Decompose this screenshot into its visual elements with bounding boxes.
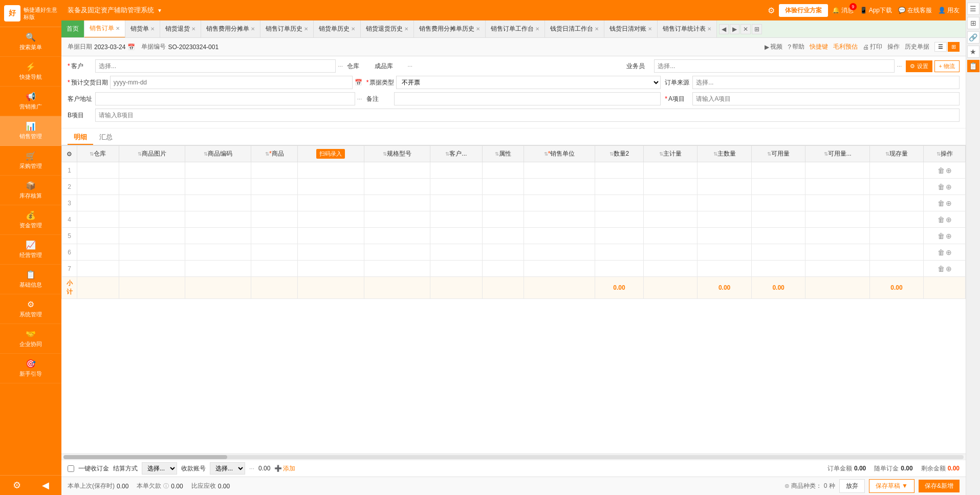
cell-qty2-5[interactable]	[595, 228, 643, 244]
cell-available-6[interactable]	[751, 244, 805, 261]
cell-main_unit-3[interactable]	[643, 195, 698, 211]
sidebar-item-nav[interactable]: ⚡快捷导航	[0, 57, 61, 87]
cell-unit-5[interactable]	[524, 228, 595, 244]
sidebar-item-inventory[interactable]: 📦库存核算	[0, 176, 61, 205]
cell-unit-2[interactable]	[524, 179, 595, 195]
sort-icon-action[interactable]: ⇅	[937, 151, 941, 157]
cell-available2-4[interactable]	[805, 211, 869, 228]
cell-settings-5[interactable]: 5	[62, 228, 77, 244]
tab-11[interactable]: 钱货日清对账✕	[604, 20, 658, 38]
cell-customer_code-6[interactable]	[430, 244, 483, 261]
cell-main_unit-1[interactable]	[643, 162, 698, 179]
cell-qty2-1[interactable]	[595, 162, 643, 179]
cell-stock-7[interactable]	[869, 261, 924, 277]
copy-row-7-icon[interactable]: ⊕	[946, 265, 952, 273]
cell-image-7[interactable]	[119, 261, 185, 277]
copy-row-6-icon[interactable]: ⊕	[946, 248, 952, 256]
tab-next-btn[interactable]: ▶	[730, 24, 739, 34]
delete-row-4-icon[interactable]: 🗑	[938, 216, 945, 224]
right-panel-grid-icon[interactable]: ⊞	[967, 17, 979, 29]
tab-9[interactable]: 销售订单工作台✕	[486, 20, 545, 38]
sidebar-item-cooperation[interactable]: 🤝企业协同	[0, 324, 61, 354]
cell-code-7[interactable]	[185, 261, 251, 277]
cell-available-3[interactable]	[751, 195, 805, 211]
tab-more-btn[interactable]: ⊞	[752, 24, 762, 34]
calendar-icon[interactable]: 📅	[127, 44, 135, 51]
help-btn[interactable]: ? 帮助	[788, 42, 804, 51]
cell-image-2[interactable]	[119, 179, 185, 195]
cell-scan-5[interactable]	[298, 228, 364, 244]
copy-row-1-icon[interactable]: ⊕	[946, 166, 952, 175]
cell-spec-6[interactable]	[364, 244, 430, 261]
cell-scan-3[interactable]	[298, 195, 364, 211]
sidebar-item-guide[interactable]: 🎯新手引导	[0, 354, 61, 383]
cell-qty2-2[interactable]	[595, 179, 643, 195]
remark-input[interactable]	[394, 92, 661, 105]
sort-icon-main_unit[interactable]: ⇅	[659, 151, 663, 157]
cell-available-5[interactable]	[751, 228, 805, 244]
account-select[interactable]: 选择...	[210, 462, 245, 475]
cell-qty2-3[interactable]	[595, 195, 643, 211]
cell-scan-1[interactable]	[298, 162, 364, 179]
topbar-settings-icon[interactable]: ⚙	[768, 6, 775, 15]
cell-settings-2[interactable]: 2	[62, 179, 77, 195]
tab-close-6[interactable]: ✕	[351, 26, 355, 32]
copy-row-5-icon[interactable]: ⊕	[946, 232, 952, 240]
notification-btn[interactable]: 🔔 9 消息	[832, 6, 854, 15]
sort-icon-spec[interactable]: ⇅	[383, 151, 387, 157]
settings-form-btn[interactable]: ⚙ 设置	[906, 60, 932, 72]
address-input[interactable]	[95, 92, 355, 105]
cell-attr-3[interactable]	[482, 195, 524, 211]
sort-icon-attr[interactable]: ⇅	[495, 151, 499, 157]
cell-unit-3[interactable]	[524, 195, 595, 211]
cell-settings-6[interactable]: 6	[62, 244, 77, 261]
tab-close-2[interactable]: ✕	[150, 26, 155, 32]
cell-customer_code-1[interactable]	[430, 162, 483, 179]
discard-btn[interactable]: 放弃	[839, 479, 865, 493]
order-source-input[interactable]	[692, 76, 960, 89]
sidebar-item-basic[interactable]: 📋基础信息	[0, 265, 61, 294]
cell-spec-4[interactable]	[364, 211, 430, 228]
cell-warehouse-2[interactable]	[77, 179, 119, 195]
cell-image-3[interactable]	[119, 195, 185, 211]
warehouse-more-icon[interactable]: ···	[407, 62, 412, 70]
cell-stock-1[interactable]	[869, 162, 924, 179]
sort-icon-image[interactable]: ⇅	[138, 151, 142, 157]
cell-image-1[interactable]	[119, 162, 185, 179]
tab-10[interactable]: 钱货日清工作台✕	[545, 20, 604, 38]
cell-spec-1[interactable]	[364, 162, 430, 179]
a-project-input[interactable]	[692, 92, 960, 105]
sort-icon-stock[interactable]: ⇅	[885, 151, 889, 157]
shortcut-btn[interactable]: 快捷键	[810, 42, 828, 51]
delete-row-1-icon[interactable]: 🗑	[938, 166, 945, 175]
sort-icon-code[interactable]: ⇅	[204, 151, 208, 157]
cell-unit-7[interactable]	[524, 261, 595, 277]
delete-row-3-icon[interactable]: 🗑	[938, 199, 945, 207]
cell-available2-6[interactable]	[805, 244, 869, 261]
cell-main_unit-7[interactable]	[643, 261, 698, 277]
cell-spec-5[interactable]	[364, 228, 430, 244]
cell-unit-6[interactable]	[524, 244, 595, 261]
cell-attr-1[interactable]	[482, 162, 524, 179]
account-more-icon[interactable]: ···	[249, 465, 254, 472]
sort-icon-main_qty[interactable]: ⇅	[713, 151, 717, 157]
tab-close-7[interactable]: ✕	[404, 26, 408, 32]
settings-footer-icon[interactable]: ⚙	[13, 480, 21, 491]
cell-code-5[interactable]	[185, 228, 251, 244]
cell-spec-2[interactable]	[364, 179, 430, 195]
cell-attr-6[interactable]	[482, 244, 524, 261]
tab-prev-btn[interactable]: ◀	[719, 24, 729, 34]
cell-customer_code-7[interactable]	[430, 261, 483, 277]
sort-icon-unit[interactable]: ⇅	[544, 151, 548, 157]
delete-row-6-icon[interactable]: 🗑	[938, 248, 945, 256]
right-panel-list-icon[interactable]: ☰	[967, 3, 979, 15]
cell-stock-2[interactable]	[869, 179, 924, 195]
sort-icon-product[interactable]: ⇅	[265, 151, 269, 157]
tab-close-9[interactable]: ✕	[535, 26, 539, 32]
cell-warehouse-1[interactable]	[77, 162, 119, 179]
cell-main_qty-2[interactable]	[698, 179, 752, 195]
tab-close-11[interactable]: ✕	[648, 26, 652, 32]
cell-customer_code-2[interactable]	[430, 179, 483, 195]
detail-tab-1[interactable]: 汇总	[93, 131, 119, 145]
tab-3[interactable]: 销货退货✕	[160, 20, 201, 38]
